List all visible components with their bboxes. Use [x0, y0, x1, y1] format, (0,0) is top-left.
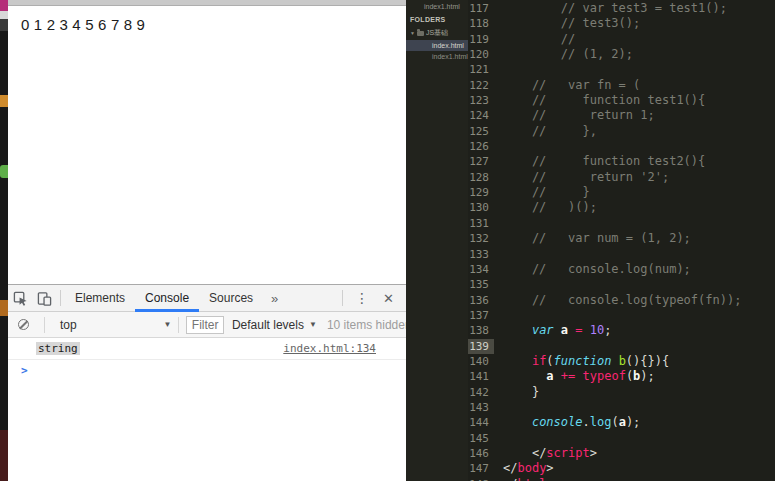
code-line[interactable]: 139	[468, 339, 775, 354]
line-number: 133	[468, 247, 494, 262]
code-line-content	[494, 308, 503, 323]
filter-input[interactable]: Filter	[186, 316, 223, 334]
code-line[interactable]: 135	[468, 277, 775, 292]
code-line[interactable]: 136 // console.log(typeof(fn));	[468, 293, 775, 308]
line-number: 148	[468, 477, 494, 481]
code-line[interactable]: 146 </script>	[468, 446, 775, 461]
tab-sources[interactable]: Sources	[199, 285, 263, 312]
code-line[interactable]: 127 // function test2(){	[468, 154, 775, 169]
code-line[interactable]: 138 var a = 10;	[468, 323, 775, 338]
line-number: 144	[468, 415, 494, 430]
line-number: 122	[468, 78, 494, 93]
code-token: // console.log(num);	[503, 262, 691, 276]
code-token: // )();	[503, 200, 597, 214]
log-levels-dropdown[interactable]: Default levels ▼	[232, 318, 317, 332]
code-token: // var test3 = test1();	[503, 1, 727, 15]
code-line-content: }	[494, 385, 539, 400]
line-number: 135	[468, 277, 494, 292]
code-token: +=	[561, 369, 575, 383]
code-line-content: </html>	[494, 477, 554, 481]
code-line[interactable]: 144 console.log(a);	[468, 415, 775, 430]
console-prompt-row[interactable]: >	[8, 360, 406, 380]
code-token: // (1, 2);	[503, 47, 633, 61]
code-line[interactable]: 129 // }	[468, 185, 775, 200]
code-token: script	[546, 446, 589, 460]
code-line[interactable]: 137	[468, 308, 775, 323]
clear-console-icon[interactable]	[18, 319, 29, 330]
code-token: console	[532, 415, 583, 429]
line-number: 119	[468, 32, 494, 47]
code-line[interactable]: 118 // test3();	[468, 16, 775, 31]
console-source-link[interactable]: index.html:134	[283, 342, 376, 355]
device-toolbar-icon[interactable]	[32, 288, 56, 308]
line-number: 120	[468, 47, 494, 62]
console-message-text[interactable]: string	[36, 342, 80, 355]
code-line[interactable]: 133	[468, 247, 775, 262]
code-line-content: // var num = (1, 2);	[494, 231, 691, 246]
kebab-menu-icon[interactable]: ⋮	[347, 290, 377, 306]
log-levels-label: Default levels	[232, 318, 304, 332]
background-window-edge	[0, 0, 8, 481]
code-line[interactable]: 117 // var test3 = test1();	[468, 1, 775, 16]
tab-console[interactable]: Console	[135, 285, 199, 312]
tab-elements[interactable]: Elements	[65, 285, 135, 312]
code-token: // },	[503, 124, 597, 138]
code-line[interactable]: 123 // function test1(){	[468, 93, 775, 108]
code-token: >	[546, 477, 553, 481]
code-line-content	[494, 139, 503, 154]
code-line-content	[494, 277, 503, 292]
more-tabs-icon[interactable]: »	[263, 291, 286, 306]
code-line[interactable]: 148</html>	[468, 477, 775, 481]
folder-name: JS基础	[426, 28, 448, 38]
line-number: 125	[468, 124, 494, 139]
code-token: b	[619, 354, 626, 368]
code-area[interactable]: 117 // var test3 = test1();118 // test3(…	[468, 0, 775, 481]
code-line[interactable]: 134 // console.log(num);	[468, 262, 775, 277]
code-token	[503, 354, 532, 368]
code-token: 10	[590, 323, 604, 337]
code-line[interactable]: 125 // },	[468, 124, 775, 139]
code-line[interactable]: 122 // var fn = (	[468, 78, 775, 93]
code-line[interactable]: 126	[468, 139, 775, 154]
code-line[interactable]: 128 // return '2';	[468, 170, 775, 185]
close-icon[interactable]: ✕	[377, 291, 406, 306]
file-tree-item[interactable]: index1.html	[406, 51, 468, 62]
open-file-item[interactable]: index1.html	[406, 0, 468, 12]
code-token: html	[517, 477, 546, 481]
code-token: a	[619, 415, 626, 429]
code-line-content: // var test3 = test1();	[494, 1, 727, 16]
console-prompt-icon: >	[21, 364, 28, 377]
code-token: body	[517, 461, 546, 475]
code-token: // test3();	[503, 16, 640, 30]
code-line[interactable]: 131	[468, 216, 775, 231]
code-line[interactable]: 124 // return 1;	[468, 108, 775, 123]
line-number: 121	[468, 62, 494, 77]
code-token: a	[561, 323, 568, 337]
toolbar-separator	[342, 290, 343, 306]
code-line[interactable]: 145	[468, 431, 775, 446]
code-line[interactable]: 141 a += typeof(b);	[468, 369, 775, 384]
code-line[interactable]: 132 // var num = (1, 2);	[468, 231, 775, 246]
code-line[interactable]: 142 }	[468, 385, 775, 400]
folder-tree-item[interactable]: ▼ JS基础	[406, 25, 468, 40]
context-selector[interactable]: top ▼	[52, 318, 172, 332]
code-line[interactable]: 120 // (1, 2);	[468, 47, 775, 62]
code-line[interactable]: 140 if(function b(){}){	[468, 354, 775, 369]
code-line-content: // }	[494, 185, 590, 200]
file-tree-item-selected[interactable]: index.html	[406, 40, 468, 51]
code-line-content: // },	[494, 124, 597, 139]
code-line[interactable]: 130 // )();	[468, 200, 775, 215]
code-line[interactable]: 119 //	[468, 32, 775, 47]
code-token: // return 1;	[503, 108, 655, 122]
code-line[interactable]: 143	[468, 400, 775, 415]
console-empty-area[interactable]	[8, 380, 406, 481]
line-number: 138	[468, 323, 494, 338]
code-token: }	[503, 385, 539, 399]
folder-expand-icon: ▼	[410, 30, 415, 36]
code-token: if	[532, 354, 546, 368]
code-token: typeof	[583, 369, 626, 383]
code-line[interactable]: 147</body>	[468, 461, 775, 476]
code-line[interactable]: 121	[468, 62, 775, 77]
inspect-element-icon[interactable]	[8, 288, 32, 308]
code-token: var	[532, 323, 554, 337]
